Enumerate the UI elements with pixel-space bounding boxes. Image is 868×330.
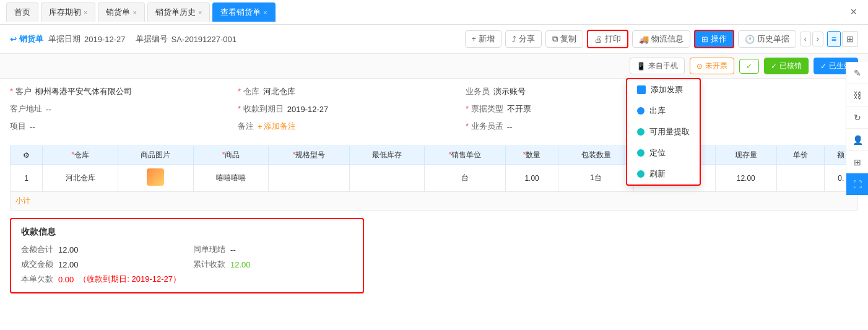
doc-date-field: 单据日期 2019-12-27	[48, 33, 126, 45]
col-quantity: *数量	[505, 146, 558, 165]
project-value: --	[30, 122, 35, 131]
ticket-type-value: 不开票	[507, 103, 531, 115]
outbound-icon	[637, 107, 644, 115]
history-icon: 🕐	[745, 35, 755, 44]
address-label: 客户地址	[10, 103, 42, 115]
row-pack-qty: 1台	[558, 165, 634, 192]
data-table: ⚙ *仓库 商品图片 *商品 *规格型号 最低库存 *销售单位 *数量 包装数量…	[10, 145, 858, 211]
rotate-icon: ↻	[854, 113, 861, 123]
note-field: 备注 + 添加备注	[238, 121, 411, 132]
right-tool-link[interactable]: ⛓	[846, 84, 868, 106]
logistics-button[interactable]: 🚚 物流信息	[632, 30, 690, 48]
cumulative-collection-value: 12.00	[230, 260, 251, 269]
view-toggle: ≡ ⊞	[827, 31, 858, 47]
add-note-button[interactable]: + 添加备注	[258, 121, 296, 132]
note-label: 备注	[238, 121, 254, 132]
row-unit: 台	[425, 165, 505, 192]
tab-sales-order-label: 销货单	[106, 7, 130, 18]
copy-button[interactable]: ⧉ 复制	[545, 30, 583, 48]
print-label: 打印	[605, 33, 621, 45]
list-view-button[interactable]: ≡	[827, 31, 841, 47]
col-product: *商品	[193, 146, 269, 165]
total-amount-row: 金额合计 12.00	[21, 244, 181, 255]
row-num: 1	[11, 165, 43, 192]
confirm-icon: ✓	[746, 62, 752, 71]
row-product-img	[118, 165, 194, 192]
history-label: 历史单据	[757, 33, 789, 45]
total-amount-value: 12.00	[58, 245, 79, 254]
from-phone-label: 来自手机	[648, 61, 678, 71]
tab-bar: 首页 库存期初 × 销货单 × 销货单历史 × 查看销货单 × ×	[0, 0, 868, 25]
not-open-label: 未开票	[705, 61, 727, 71]
right-tool-edit[interactable]: ✎	[846, 62, 868, 84]
check2-icon: ✓	[820, 62, 827, 71]
current-due-value: 0.00	[58, 275, 74, 284]
staff2-value: --	[507, 122, 513, 131]
next-arrow[interactable]: ›	[812, 32, 823, 46]
form-row-1: * 客户 柳州粤港平安气体有限公司 * 仓库 河北仓库 业务员 演示账号	[10, 86, 858, 97]
col-pack-qty: 包装数量	[558, 146, 634, 165]
print-button[interactable]: 🖨 打印	[587, 30, 628, 48]
doc-type-tag: ↩ 销货单	[10, 33, 43, 45]
from-phone-button[interactable]: 📱 来自手机	[630, 58, 685, 74]
payment-info-box: 收款信息 金额合计 12.00 同单现结 -- 成交金额 12.00 累计收款 …	[10, 218, 364, 293]
tab-sales-history-close[interactable]: ×	[198, 9, 202, 16]
transaction-amount-label: 成交金额	[21, 259, 53, 270]
row-stock: 12.00	[715, 165, 776, 192]
same-order-row: 同单现结 --	[193, 244, 353, 255]
copy-label: 复制	[560, 33, 576, 45]
dropdown-item-refresh[interactable]: 刷新	[627, 163, 700, 185]
confirm-button[interactable]: ✓	[739, 59, 759, 74]
same-order-label: 同单现结	[193, 244, 225, 255]
not-open-button[interactable]: ⊙ 未开票	[690, 58, 734, 74]
tab-sales-order-close[interactable]: ×	[132, 9, 136, 16]
new-button[interactable]: + 新增	[465, 30, 501, 48]
history-button[interactable]: 🕐 历史单据	[738, 30, 796, 48]
grid-icon: ⊞	[701, 35, 708, 44]
right-tool-rotate[interactable]: ↻	[846, 106, 868, 129]
dropdown-item-locate[interactable]: 定位	[627, 142, 700, 163]
prev-arrow[interactable]: ‹	[800, 32, 811, 46]
user-icon: 👤	[853, 135, 863, 145]
staff2-field: * 业务员孟 --	[466, 121, 639, 132]
cancel-sale-button[interactable]: ✓ 已核销	[764, 58, 809, 74]
status-bar: 📱 来自手机 ⊙ 未开票 ✓ ✓ 已核销 ✓ 已生效	[0, 54, 868, 79]
tab-inventory-init-close[interactable]: ×	[84, 9, 87, 16]
tab-sales-order[interactable]: 销货单 ×	[98, 2, 144, 22]
not-open-icon: ⊙	[697, 62, 703, 71]
cumulative-collection-row: 累计收款 12.00	[193, 259, 353, 270]
grid-view-button[interactable]: ⊞	[842, 31, 858, 47]
tab-sales-history[interactable]: 销货单历史 ×	[147, 2, 210, 22]
dropdown-item-outbound[interactable]: 出库	[627, 100, 700, 121]
tab-inventory-init[interactable]: 库存期初 ×	[41, 2, 95, 22]
doc-date-label: 单据日期	[48, 33, 80, 45]
address-field: 客户地址 --	[10, 103, 183, 115]
col-settings[interactable]: ⚙	[11, 146, 43, 165]
operation-button[interactable]: ⊞ 操作	[694, 30, 734, 48]
share-button[interactable]: ⤴ 分享	[505, 30, 542, 48]
col-spec: *规格型号	[269, 146, 349, 165]
window-close-button[interactable]: ×	[845, 6, 862, 19]
right-tool-fullscreen[interactable]: ⛶	[846, 173, 868, 196]
tab-sales-history-label: 销货单历史	[155, 7, 196, 18]
form-row-3: 项目 -- 备注 + 添加备注 * 业务员孟 --	[10, 121, 858, 132]
tab-view-sales[interactable]: 查看销货单 ×	[212, 2, 275, 22]
tab-home[interactable]: 首页	[6, 2, 38, 22]
right-tool-table[interactable]: ⊞	[846, 151, 868, 173]
col-stock: 现存量	[715, 146, 776, 165]
col-min-stock: 最低库存	[349, 146, 425, 165]
doc-date-value: 2019-12-27	[84, 35, 126, 44]
current-due-label: 本单欠款	[21, 274, 53, 285]
staff-label: 业务员	[466, 86, 490, 97]
tab-view-sales-close[interactable]: ×	[263, 9, 267, 16]
fullscreen-icon: ⛶	[853, 180, 862, 189]
ticket-type-field: * 票据类型 不开票	[466, 103, 639, 115]
table-row: 1 河北仓库 嘻嘻嘻嘻 台 1.00 1台 12.00 0.	[11, 165, 858, 192]
col-product-img: 商品图片	[118, 146, 194, 165]
right-tool-user[interactable]: 👤	[846, 129, 868, 151]
dropdown-item-add-invoice[interactable]: 添加发票	[627, 79, 700, 100]
doc-type-label: 销货单	[19, 33, 43, 45]
warehouse-label: * 仓库	[238, 86, 259, 97]
dropdown-item-available-pickup[interactable]: 可用量提取	[627, 121, 700, 142]
payment-rows: 金额合计 12.00 同单现结 -- 成交金额 12.00 累计收款 12.00…	[21, 244, 353, 285]
